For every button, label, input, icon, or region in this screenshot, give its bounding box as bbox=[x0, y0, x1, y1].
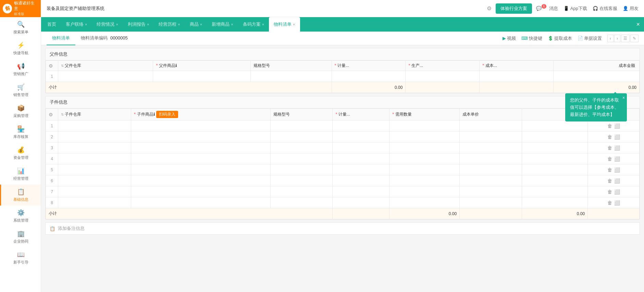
tab-close-icon[interactable]: × bbox=[231, 22, 233, 26]
child-cell-warehouse-7[interactable] bbox=[58, 186, 131, 197]
delete-icon-5[interactable]: 🗑 bbox=[607, 167, 612, 173]
child-cell-unit-7[interactable] bbox=[333, 186, 389, 197]
sidebar-item-purchase[interactable]: 📦 采购管理 bbox=[0, 101, 41, 122]
child-cell-warehouse-6[interactable] bbox=[58, 175, 131, 186]
child-cell-qty-5[interactable] bbox=[389, 164, 460, 175]
child-cell-amount-3[interactable] bbox=[522, 142, 588, 153]
child-cell-warehouse-5[interactable] bbox=[58, 164, 131, 175]
child-cell-amount-8[interactable] bbox=[522, 197, 588, 208]
video-action[interactable]: ▶ 视频 bbox=[503, 35, 516, 42]
child-cell-product-2[interactable] bbox=[131, 131, 271, 142]
experience-button[interactable]: 体验行业方案 bbox=[496, 3, 532, 14]
child-cell-spec-7[interactable] bbox=[270, 186, 332, 197]
child-cell-amount-6[interactable] bbox=[522, 175, 588, 186]
tab-物料清单[interactable]: 物料清单× bbox=[269, 17, 300, 32]
copy-icon-3[interactable]: ⬜ bbox=[614, 145, 620, 151]
delete-icon-7[interactable]: 🗑 bbox=[607, 189, 612, 195]
child-cell-spec-4[interactable] bbox=[270, 153, 332, 164]
child-cell-warehouse-1[interactable] bbox=[58, 120, 131, 131]
menu-icon[interactable]: ☰ bbox=[621, 35, 630, 42]
child-cell-product-3[interactable] bbox=[131, 142, 271, 153]
sidebar-item-sales[interactable]: 🛒 销售管理 bbox=[0, 80, 41, 101]
child-cell-spec-6[interactable] bbox=[270, 175, 332, 186]
note-label[interactable]: 添加备注信息 bbox=[58, 225, 85, 232]
shortcut-action[interactable]: ⌨ 快捷键 bbox=[521, 35, 542, 42]
child-cell-qty-8[interactable] bbox=[389, 197, 460, 208]
sidebar-item-inventory[interactable]: 🏪 库存核算 bbox=[0, 122, 41, 143]
tab-close-icon[interactable]: × bbox=[293, 22, 295, 26]
settings-action[interactable]: 📄 单据设置 bbox=[578, 35, 602, 42]
sidebar-item-enterprise[interactable]: 🏢 企业协同 bbox=[0, 226, 41, 247]
child-cell-spec-8[interactable] bbox=[270, 197, 332, 208]
next-arrow[interactable]: › bbox=[614, 35, 620, 42]
child-cell-unitcost-8[interactable] bbox=[460, 197, 522, 208]
child-cell-product-8[interactable] bbox=[131, 197, 271, 208]
child-cell-unit-3[interactable] bbox=[333, 142, 389, 153]
child-cell-warehouse-2[interactable] bbox=[58, 131, 131, 142]
tooltip-close-button[interactable]: × bbox=[622, 95, 625, 101]
edit-icon[interactable]: ✎ bbox=[630, 35, 639, 42]
delete-icon-1[interactable]: 🗑 bbox=[607, 123, 612, 129]
delete-icon-2[interactable]: 🗑 bbox=[607, 134, 612, 140]
prev-arrow[interactable]: ‹ bbox=[607, 35, 614, 42]
parent-cell-unit-1[interactable] bbox=[332, 71, 406, 82]
parent-cell-product-1[interactable] bbox=[153, 71, 251, 82]
gear-icon[interactable]: ⚙ bbox=[487, 5, 492, 12]
settings-icon[interactable]: ⚙ bbox=[49, 112, 53, 117]
child-cell-spec-1[interactable] bbox=[270, 120, 332, 131]
child-cell-qty-1[interactable] bbox=[389, 120, 460, 131]
child-cell-unitcost-2[interactable] bbox=[460, 131, 522, 142]
tabbar-close-all[interactable]: × bbox=[633, 21, 643, 28]
tab-close-icon[interactable]: × bbox=[116, 22, 118, 26]
sidebar-item-search[interactable]: 🔍 搜索菜单 bbox=[0, 17, 41, 38]
sidebar-item-marketing[interactable]: 📢 营销推广 bbox=[0, 59, 41, 80]
tab-首页[interactable]: 首页 bbox=[42, 17, 61, 32]
parent-cell-warehouse-1[interactable] bbox=[58, 71, 153, 82]
child-cell-warehouse-8[interactable] bbox=[58, 197, 131, 208]
copy-icon-8[interactable]: ⬜ bbox=[614, 200, 620, 206]
tab-商品[interactable]: 商品× bbox=[185, 17, 207, 32]
copy-icon-4[interactable]: ⬜ bbox=[614, 156, 620, 162]
tab-新增商品[interactable]: 新增商品× bbox=[207, 17, 238, 32]
online-service-item[interactable]: 🎧 在线客服 bbox=[593, 5, 617, 12]
sidebar-item-finance[interactable]: 💰 资金管理 bbox=[0, 143, 41, 164]
scan-button[interactable]: 扫码录入 bbox=[156, 111, 178, 118]
child-cell-unit-1[interactable] bbox=[333, 120, 389, 131]
gear-icon[interactable]: ⚙ bbox=[49, 63, 53, 69]
child-cell-qty-7[interactable] bbox=[389, 186, 460, 197]
sidebar-item-guide[interactable]: 📖 新手引导 bbox=[0, 247, 41, 268]
subtab-bill-code[interactable]: 物料清单编码 0000005 bbox=[75, 32, 133, 45]
delete-icon-3[interactable]: 🗑 bbox=[607, 145, 612, 151]
delete-icon-8[interactable]: 🗑 bbox=[607, 200, 612, 206]
copy-icon-6[interactable]: ⬜ bbox=[614, 178, 620, 184]
tab-条码方案[interactable]: 条码方案× bbox=[238, 17, 269, 32]
child-cell-unit-4[interactable] bbox=[333, 153, 389, 164]
child-cell-unit-2[interactable] bbox=[333, 131, 389, 142]
child-cell-unit-5[interactable] bbox=[333, 164, 389, 175]
tab-close-icon[interactable]: × bbox=[178, 22, 180, 26]
sidebar-item-operation[interactable]: 📊 经营管理 bbox=[0, 164, 41, 185]
child-col-gear[interactable]: ⚙ bbox=[46, 109, 58, 120]
copy-icon-5[interactable]: ⬜ bbox=[614, 167, 620, 173]
child-cell-warehouse-4[interactable] bbox=[58, 153, 131, 164]
parent-cell-spec-1[interactable] bbox=[251, 71, 332, 82]
cost-action[interactable]: 💲 提取成本 bbox=[548, 35, 572, 42]
subtab-bill-list[interactable]: 物料清单 bbox=[47, 32, 75, 45]
copy-icon-1[interactable]: ⬜ bbox=[614, 123, 620, 129]
parent-cell-cost-1[interactable] bbox=[480, 71, 554, 82]
tab-经营情况[interactable]: 经营情况× bbox=[92, 17, 123, 32]
child-cell-amount-4[interactable] bbox=[522, 153, 588, 164]
child-cell-product-7[interactable] bbox=[131, 186, 271, 197]
tab-close-icon[interactable]: × bbox=[147, 22, 149, 26]
sidebar-item-basic-info[interactable]: 📋 基础信息 bbox=[0, 185, 41, 206]
child-cell-product-6[interactable] bbox=[131, 175, 271, 186]
parent-cell-production-1[interactable] bbox=[406, 71, 480, 82]
child-cell-spec-3[interactable] bbox=[270, 142, 332, 153]
app-download-item[interactable]: 📱 App下载 bbox=[564, 5, 587, 12]
tab-close-icon[interactable]: × bbox=[200, 22, 202, 26]
child-cell-unitcost-6[interactable] bbox=[460, 175, 522, 186]
child-cell-spec-5[interactable] bbox=[270, 164, 332, 175]
copy-icon-2[interactable]: ⬜ bbox=[614, 134, 620, 140]
tab-经营历程[interactable]: 经营历程× bbox=[154, 17, 185, 32]
tab-close-icon[interactable]: × bbox=[85, 22, 87, 26]
